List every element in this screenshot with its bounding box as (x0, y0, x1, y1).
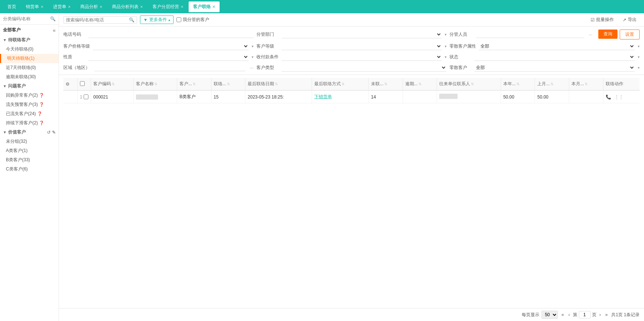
td-last-method[interactable]: 下销货单 (312, 90, 368, 103)
row-checkbox[interactable] (84, 94, 88, 99)
close-analysis-icon[interactable]: ✕ (99, 5, 102, 9)
filter-retail-customer-select[interactable]: 全部 (475, 64, 635, 72)
my-customers-checkbox[interactable] (176, 17, 181, 22)
table-area: ⚙ 客户编码 ⇅ 客户名称 (59, 75, 644, 308)
action-link-icon[interactable]: ⋮⋮ (615, 94, 623, 100)
query-btn[interactable]: 查询 (598, 30, 617, 39)
filter-dept-select[interactable] (281, 31, 442, 38)
all-customers-header[interactable]: 全部客户 « (0, 25, 59, 35)
nav-analysis-list[interactable]: 商品分析列表 ✕ (108, 1, 147, 12)
sidebar-search-input[interactable] (3, 16, 49, 21)
th-this-year[interactable]: 本年... ⇅ (501, 78, 535, 90)
last-method-link[interactable]: 下销货单 (314, 94, 332, 99)
filter-phone-input[interactable] (88, 31, 253, 38)
th-gear[interactable]: ⚙ (63, 78, 77, 90)
filter-region-dots[interactable]: ··· (250, 65, 253, 70)
th-this-month[interactable]: 本月... ⇅ (569, 78, 603, 90)
sidebar-group-pending[interactable]: ▼ 待联络客户 (0, 35, 59, 45)
sidebar-item-overdue[interactable]: 逾期未联络(30) (0, 72, 59, 82)
sidebar-group-problem[interactable]: ▼ 问题客户 (0, 82, 59, 91)
th-overdue[interactable]: 逾期... ⇅ (403, 78, 437, 90)
action-phone-icon[interactable]: 📞 (606, 94, 611, 100)
filter-region-input[interactable] (94, 64, 245, 71)
filter-person-input[interactable] (476, 31, 584, 38)
filter-region: 区域（地区） ··· (63, 64, 253, 72)
sidebar-group-value[interactable]: ▼ 价值客户 ↺ ✎ (0, 128, 59, 137)
sidebar-item-lost-potential[interactable]: 流失预警客户(3) ❓ (0, 100, 59, 109)
sidebar-item-continuous-down[interactable]: 持续下滑客户(2) ❓ (0, 118, 59, 128)
next-page-btn[interactable]: › (598, 311, 602, 318)
nav-analysis[interactable]: 商品分析 ✕ (76, 1, 107, 12)
reset-btn[interactable]: 设置 (620, 30, 640, 39)
close-analysis-list-icon[interactable]: ✕ (140, 5, 143, 9)
close-purchase-icon[interactable]: ✕ (68, 5, 71, 9)
filter-retail-attr-select[interactable]: 全部 (479, 42, 635, 50)
nav-home[interactable]: 首页 (3, 1, 21, 12)
td-action[interactable]: 📞 ⋮⋮ (603, 90, 640, 103)
my-customers-check[interactable]: 我分管的客户 (176, 17, 209, 23)
td-name: Ea (133, 90, 177, 103)
search-input-wrap[interactable]: 🔍 (63, 16, 137, 24)
nav-customer-contact[interactable]: 客户联络 ✕ (189, 1, 220, 12)
filter-person-dots[interactable]: ··· (589, 32, 592, 37)
sort-unit-contact-icon: ⇅ (471, 82, 474, 86)
th-last-method[interactable]: 最后联络方式 ⇅ (312, 78, 368, 90)
sidebar-item-ungrouped[interactable]: 未分组(32) (0, 137, 59, 146)
sidebar-item-week7[interactable]: 近7天待联络(0) (0, 63, 59, 72)
th-class[interactable]: 客户... ⇅ (177, 78, 211, 90)
th-no-contact[interactable]: 未联... ⇅ (368, 78, 403, 90)
refresh-value-icon[interactable]: ↺ (47, 130, 50, 135)
sidebar-item-class-c[interactable]: C类客户(6) (0, 165, 59, 174)
nav-sales[interactable]: 销货单 ✕ (21, 1, 48, 12)
filter-status-label: 状态 (449, 54, 472, 60)
th-contact[interactable]: 联络... ⇅ (211, 78, 245, 90)
nav-purchase[interactable]: 进货单 ✕ (49, 1, 75, 12)
page-input[interactable] (579, 311, 591, 318)
td-this-month (569, 90, 603, 103)
close-customer-tier-icon[interactable]: ✕ (181, 5, 183, 9)
th-name[interactable]: 客户名称 ⇅ (133, 78, 177, 90)
close-customer-contact-icon[interactable]: ✕ (212, 5, 215, 9)
sidebar-item-today[interactable]: 今天待联络(0) (0, 45, 59, 54)
sort-code-icon: ⇅ (112, 82, 115, 86)
td-checkbox[interactable]: 1 (77, 90, 91, 103)
close-sales-icon[interactable]: ✕ (41, 5, 43, 9)
filter-payment-select[interactable] (281, 53, 442, 61)
filter-payment: 收付款条件 ▾ (256, 53, 447, 61)
sidebar-group-problem-label: 问题客户 (8, 83, 26, 89)
edit-value-icon[interactable]: ✎ (52, 130, 56, 135)
sort-last-method-icon: ⇅ (342, 82, 344, 86)
sidebar-item-lost[interactable]: 已流失客户(24) ❓ (0, 109, 59, 118)
th-last-date[interactable]: 最后联络日期 ⇅ (245, 78, 312, 90)
sidebar-item-class-b[interactable]: B类客户(33) (0, 155, 59, 165)
sidebar-item-repurchase-abnormal[interactable]: 回购异常客户(2) ❓ (0, 91, 59, 100)
select-all-checkbox[interactable] (80, 81, 85, 86)
th-last-month[interactable]: 上月... ⇅ (535, 78, 569, 90)
last-page-btn[interactable]: » (604, 311, 609, 318)
gear-icon[interactable]: ⚙ (66, 82, 70, 87)
filter-customer-type-select[interactable] (281, 64, 447, 72)
top-nav: 首页 销货单 ✕ 进货单 ✕ 商品分析 ✕ 商品分析列表 ✕ 客户分层经营 ✕ … (0, 0, 644, 13)
sidebar-item-tomorrow[interactable]: 明天待联络(1) (0, 54, 59, 63)
td-contact: 15 (211, 90, 245, 103)
sidebar-item-class-a[interactable]: A类客户(1) (0, 146, 59, 155)
th-code[interactable]: 客户编码 ⇅ (91, 78, 133, 90)
td-code: 000021 (91, 90, 133, 103)
filter-customer-level-select[interactable] (281, 42, 442, 50)
filter-nature-select[interactable] (88, 53, 249, 61)
filter-payment-chevron: ▾ (445, 55, 447, 59)
per-page-select[interactable]: 50 (542, 311, 558, 319)
th-unit-contact[interactable]: 往来单位联系人 ⇅ (437, 78, 501, 90)
export-btn[interactable]: ↗ 导出 (620, 16, 640, 24)
filter-nature-label: 性质 (63, 54, 85, 60)
nav-customer-tier[interactable]: 客户分层经营 ✕ (148, 1, 188, 12)
first-page-btn[interactable]: « (560, 311, 566, 318)
batch-op-btn[interactable]: ☑ 批量操作 (588, 16, 617, 24)
search-input[interactable] (66, 17, 127, 23)
sidebar-search-icon[interactable]: 🔍 (50, 16, 56, 21)
prev-page-btn[interactable]: ‹ (567, 311, 571, 318)
filter-price-level-select[interactable] (93, 42, 249, 50)
more-filter-btn[interactable]: ▼ 更多条件 ▴ (140, 15, 174, 24)
filter-status-select[interactable] (475, 53, 635, 61)
filter-retail-attr-label: 零散客户属性 (449, 43, 476, 49)
